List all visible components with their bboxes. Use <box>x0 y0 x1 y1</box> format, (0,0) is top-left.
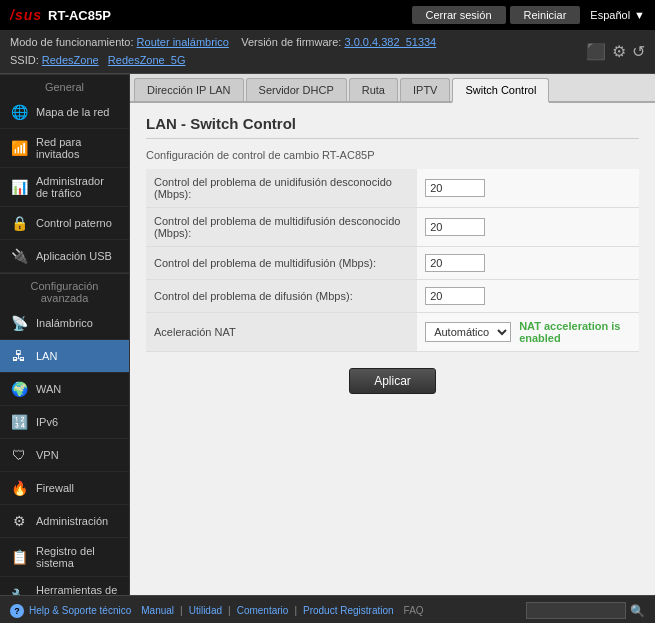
settings-icon[interactable]: ⚙ <box>612 42 626 61</box>
help-label: Help & Soporte técnico <box>29 605 131 616</box>
ssid2: RedesZone_5G <box>108 54 186 66</box>
sidebar-label-vpn: VPN <box>36 449 59 461</box>
sidebar-label-mapa: Mapa de la red <box>36 106 109 118</box>
field-label-1: Control del problema de multidifusión de… <box>146 208 417 247</box>
link-manual[interactable]: Manual <box>141 605 174 616</box>
wan-icon: 🌍 <box>10 380 28 398</box>
help-section[interactable]: ? Help & Soporte técnico <box>10 604 131 618</box>
sidebar-label-trafico: Administrador de tráfico <box>36 175 119 199</box>
close-session-button[interactable]: Cerrar sesión <box>412 6 506 24</box>
status-ssid: SSID: RedesZone RedesZone_5G <box>10 52 436 70</box>
sidebar-item-ipv6[interactable]: 🔢 IPv6 <box>0 406 129 439</box>
table-row: Control del problema de multidifusión (M… <box>146 247 639 280</box>
ipv6-icon: 🔢 <box>10 413 28 431</box>
sidebar-item-paterno[interactable]: 🔒 Control paterno <box>0 207 129 240</box>
nat-controls: Automático NAT acceleration is enabled <box>417 313 639 351</box>
content-area: Dirección IP LAN Servidor DHCP Ruta IPTV… <box>130 74 655 595</box>
sidebar-item-firewall[interactable]: 🔥 Firewall <box>0 472 129 505</box>
mode-value: Router inalámbrico <box>137 36 229 48</box>
bottom-bar: ? Help & Soporte técnico Manual | Utilid… <box>0 595 655 623</box>
sidebar-label-admin: Administración <box>36 515 108 527</box>
field-value-1 <box>417 208 639 247</box>
sidebar-item-lan[interactable]: 🖧 LAN <box>0 340 129 373</box>
tab-switch-control[interactable]: Switch Control <box>452 78 549 103</box>
sidebar-item-vpn[interactable]: 🛡 VPN <box>0 439 129 472</box>
field-label-0: Control del problema de unidifusión desc… <box>146 169 417 208</box>
firmware-value: 3.0.0.4.382_51334 <box>344 36 436 48</box>
faq-label: FAQ <box>404 605 424 616</box>
search-icon[interactable]: 🔍 <box>630 604 645 618</box>
sidebar-label-herramientas: Herramientas de red <box>36 584 119 595</box>
usb-icon[interactable]: ⬛ <box>586 42 606 61</box>
sidebar-item-admin[interactable]: ⚙ Administración <box>0 505 129 538</box>
ssid1: RedesZone <box>42 54 99 66</box>
input-multicast-unknown[interactable] <box>425 218 485 236</box>
switch-control-table: Control del problema de unidifusión desc… <box>146 169 639 352</box>
status-mode: Modo de funcionamiento: Router inalámbri… <box>10 34 436 52</box>
tab-ip-lan[interactable]: Dirección IP LAN <box>134 78 244 101</box>
link-utilidad[interactable]: Utilidad <box>189 605 222 616</box>
advanced-section-label: Configuración avanzada <box>0 273 129 307</box>
input-unicast[interactable] <box>425 179 485 197</box>
sidebar-item-trafico[interactable]: 📊 Administrador de tráfico <box>0 168 129 207</box>
tab-iptv[interactable]: IPTV <box>400 78 450 101</box>
table-row: Control del problema de unidifusión desc… <box>146 169 639 208</box>
search-input[interactable] <box>526 602 626 619</box>
chart-icon: 📊 <box>10 178 28 196</box>
sidebar-item-usb[interactable]: 🔌 Aplicación USB <box>0 240 129 273</box>
status-icons: ⬛ ⚙ ↺ <box>586 42 645 61</box>
chevron-down-icon: ▼ <box>634 9 645 21</box>
sidebar-item-mapa[interactable]: 🌐 Mapa de la red <box>0 96 129 129</box>
page-content: LAN - Switch Control Configuración de co… <box>130 103 655 595</box>
language-selector[interactable]: Español ▼ <box>590 9 645 21</box>
restart-button[interactable]: Reiniciar <box>510 6 581 24</box>
sidebar: General 🌐 Mapa de la red 📶 Red para invi… <box>0 74 130 595</box>
antenna-icon: 📡 <box>10 314 28 332</box>
sidebar-label-invitados: Red para invitados <box>36 136 119 160</box>
sidebar-label-firewall: Firewall <box>36 482 74 494</box>
sidebar-item-invitados[interactable]: 📶 Red para invitados <box>0 129 129 168</box>
tab-ruta[interactable]: Ruta <box>349 78 398 101</box>
sidebar-label-registro: Registro del sistema <box>36 545 119 569</box>
language-label: Español <box>590 9 630 21</box>
nat-label: Aceleración NAT <box>146 313 417 352</box>
field-label-2: Control del problema de multidifusión (M… <box>146 247 417 280</box>
page-title: LAN - Switch Control <box>146 115 639 139</box>
field-value-3 <box>417 280 639 313</box>
shield-icon: 🛡 <box>10 446 28 464</box>
usb-app-icon: 🔌 <box>10 247 28 265</box>
table-row: Control del problema de difusión (Mbps): <box>146 280 639 313</box>
help-icon: ? <box>10 604 24 618</box>
input-broadcast[interactable] <box>425 287 485 305</box>
sidebar-item-herramientas[interactable]: 🔧 Herramientas de red <box>0 577 129 595</box>
tab-dhcp[interactable]: Servidor DHCP <box>246 78 347 101</box>
link-comentario[interactable]: Comentario <box>237 605 289 616</box>
sidebar-label-inalambrico: Inalámbrico <box>36 317 93 329</box>
wifi-icon: 📶 <box>10 139 28 157</box>
sidebar-item-inalambrico[interactable]: 📡 Inalámbrico <box>0 307 129 340</box>
sidebar-item-registro[interactable]: 📋 Registro del sistema <box>0 538 129 577</box>
nat-status-text: NAT acceleration is enabled <box>519 320 631 344</box>
input-multicast[interactable] <box>425 254 485 272</box>
sidebar-item-wan[interactable]: 🌍 WAN <box>0 373 129 406</box>
field-label-3: Control del problema de difusión (Mbps): <box>146 280 417 313</box>
refresh-icon[interactable]: ↺ <box>632 42 645 61</box>
model-name: RT-AC85P <box>48 8 111 23</box>
main-layout: General 🌐 Mapa de la red 📶 Red para invi… <box>0 74 655 595</box>
link-product-registration[interactable]: Product Registration <box>303 605 394 616</box>
log-icon: 📋 <box>10 548 28 566</box>
field-value-0 <box>417 169 639 208</box>
top-buttons: Cerrar sesión Reiniciar <box>412 6 581 24</box>
status-bar: Modo de funcionamiento: Router inalámbri… <box>0 30 655 74</box>
apply-button[interactable]: Aplicar <box>349 368 436 394</box>
section-label: Configuración de control de cambio RT-AC… <box>146 149 639 161</box>
sidebar-label-lan: LAN <box>36 350 57 362</box>
bottom-links: Manual | Utilidad | Comentario | Product… <box>141 605 423 616</box>
gear-icon: ⚙ <box>10 512 28 530</box>
sidebar-label-usb: Aplicación USB <box>36 250 112 262</box>
lock-icon: 🔒 <box>10 214 28 232</box>
nat-select[interactable]: Automático <box>425 322 511 342</box>
bottom-search: 🔍 <box>526 602 645 619</box>
logo-area: /sus RT-AC85P <box>10 7 111 23</box>
status-info: Modo de funcionamiento: Router inalámbri… <box>10 34 436 69</box>
